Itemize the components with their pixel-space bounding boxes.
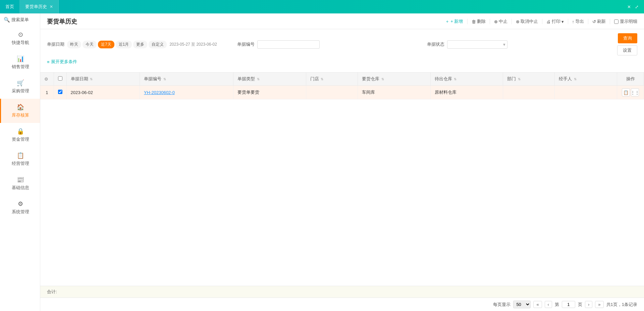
cancel-stop-button[interactable]: ⊗ 取消中止 xyxy=(516,18,538,25)
quick-nav-icon: ⊙ xyxy=(18,31,23,38)
th-ops: 操作 xyxy=(617,73,644,86)
table-header-row: ⚙ 单据日期 ⇅ 单据编号 ⇅ 单据类型 xyxy=(40,73,644,86)
window-close-icon[interactable]: ✕ xyxy=(627,4,631,9)
next-page-button[interactable]: › xyxy=(585,301,592,308)
row-more-button[interactable]: ⋮⋮ xyxy=(631,88,639,96)
sales-icon: 📊 xyxy=(17,55,24,62)
date-btn-7days[interactable]: 近7天 xyxy=(98,41,114,48)
th-date: 单据日期 ⇅ xyxy=(66,73,140,86)
sort-handler-icon[interactable]: ⇅ xyxy=(574,77,577,81)
sort-billno-icon[interactable]: ⇅ xyxy=(163,77,166,81)
per-page-label: 每页显示 xyxy=(493,302,511,308)
status-select[interactable] xyxy=(447,40,507,49)
toolbar-divider-5 xyxy=(568,19,568,24)
tab-order-history[interactable]: 要货单历史 ✕ xyxy=(20,0,59,13)
td-pendingwarehouse: 原材料仓库 xyxy=(430,86,503,99)
sidebar-item-basic[interactable]: 📰 基础信息 xyxy=(0,171,40,195)
main-table: ⚙ 单据日期 ⇅ 单据编号 ⇅ 单据类型 xyxy=(40,73,644,99)
sidebar-item-operation[interactable]: 📋 经营管理 xyxy=(0,147,40,171)
th-billtype: 单据类型 ⇅ xyxy=(233,73,306,86)
prev-page-button[interactable]: ‹ xyxy=(545,301,552,308)
date-btn-custom[interactable]: 自定义 xyxy=(149,41,167,48)
tab-close-icon[interactable]: ✕ xyxy=(50,4,53,9)
date-btn-more[interactable]: 更多 xyxy=(133,41,147,48)
td-store xyxy=(306,86,358,99)
sort-billtype-icon[interactable]: ⇅ xyxy=(257,77,260,81)
per-page-select[interactable]: 50 100 200 xyxy=(513,301,531,308)
sidebar-item-purchase[interactable]: 🛒 采购管理 xyxy=(0,75,40,99)
delete-icon: 🗑 xyxy=(472,19,476,24)
th-pendingwarehouse: 待出仓库 ⇅ xyxy=(430,73,503,86)
row-edit-button[interactable]: 📋 xyxy=(622,88,630,96)
status-label: 单据状态 xyxy=(427,41,444,47)
top-bar: 首页 要货单历史 ✕ ✕ ⤢ xyxy=(0,0,644,13)
th-handler: 经手人 ⇅ xyxy=(555,73,617,86)
td-date: 2023-06-02 xyxy=(66,86,140,99)
window-resize-icon[interactable]: ⤢ xyxy=(635,4,639,9)
toolbar-divider-4 xyxy=(542,19,542,24)
filter-row-1: 单据日期 昨天 今天 近7天 近1月 更多 自定义 2023-05-27 至 2… xyxy=(47,33,637,55)
stop-button[interactable]: ⊗ 中止 xyxy=(494,18,507,25)
select-all-checkbox[interactable] xyxy=(58,76,62,81)
row-checkbox[interactable] xyxy=(58,90,62,94)
page-number-input[interactable] xyxy=(562,301,575,308)
export-button[interactable]: ↑ 导出 xyxy=(572,18,584,25)
expand-icon: ≡ xyxy=(47,59,50,64)
top-bar-right: ✕ ⤢ xyxy=(622,4,644,9)
sort-store-icon[interactable]: ⇅ xyxy=(321,77,323,81)
status-select-wrap xyxy=(447,40,507,49)
top-tabs: 首页 要货单历史 ✕ xyxy=(0,0,622,13)
delete-button[interactable]: 🗑 删除 xyxy=(472,18,486,25)
page-title-row: 要货单历史 ＋ + 新增 🗑 删除 ⊗ 中止 xyxy=(47,17,637,26)
last-page-button[interactable]: » xyxy=(595,301,603,308)
print-button[interactable]: 🖨 打印 ▾ xyxy=(546,18,564,25)
status-filter-group: 单据状态 xyxy=(427,40,609,49)
th-checkbox xyxy=(54,73,66,86)
th-settings[interactable]: ⚙ xyxy=(40,73,54,86)
search-icon: 🔍 xyxy=(4,17,10,23)
sort-date-icon[interactable]: ⇅ xyxy=(90,77,93,81)
th-billno: 单据编号 ⇅ xyxy=(140,73,233,86)
toolbar-divider-6 xyxy=(588,19,588,24)
finance-icon: 🔒 xyxy=(17,128,24,135)
billno-input[interactable] xyxy=(257,40,320,49)
refresh-button[interactable]: ↺ 刷新 xyxy=(592,18,606,25)
first-page-button[interactable]: « xyxy=(533,301,542,308)
date-btn-yesterday[interactable]: 昨天 xyxy=(67,41,81,48)
sort-reqwh-icon[interactable]: ⇅ xyxy=(381,77,384,81)
table-container: ⚙ 单据日期 ⇅ 单据编号 ⇅ 单据类型 xyxy=(40,73,644,286)
sidebar-item-sales[interactable]: 📊 销售管理 xyxy=(0,50,40,75)
date-btn-today[interactable]: 今天 xyxy=(83,41,97,48)
td-checkbox xyxy=(54,86,66,99)
summary-label: 合计: xyxy=(47,289,57,295)
toolbar-divider-1 xyxy=(467,19,468,24)
date-filter-group: 单据日期 昨天 今天 近7天 近1月 更多 自定义 2023-05-27 至 2… xyxy=(47,41,229,48)
tab-home[interactable]: 首页 xyxy=(0,0,20,13)
table-footer: 合计: xyxy=(40,286,644,298)
td-handler xyxy=(555,86,617,99)
td-billno[interactable]: YH-20230602-0 xyxy=(140,86,233,99)
date-btn-1month[interactable]: 近1月 xyxy=(116,41,132,48)
filter-actions: 查询 设置 xyxy=(617,33,637,55)
sidebar-item-finance[interactable]: 🔒 资金管理 xyxy=(0,123,40,147)
print-icon: 🖨 xyxy=(546,19,551,24)
sidebar-search[interactable]: 🔍 搜索菜单 xyxy=(0,13,40,26)
sidebar-item-inventory[interactable]: 🏠 库存核算 xyxy=(0,99,40,123)
export-icon: ↑ xyxy=(572,19,575,24)
billno-filter-group: 单据编号 xyxy=(237,40,419,49)
sort-pendingwh-icon[interactable]: ⇅ xyxy=(454,77,457,81)
purchase-icon: 🛒 xyxy=(17,79,24,87)
query-button[interactable]: 查询 xyxy=(618,33,637,43)
new-button[interactable]: ＋ + 新增 xyxy=(445,18,463,25)
sidebar-item-system[interactable]: ⚙ 系统管理 xyxy=(0,195,40,220)
expand-more-button[interactable]: ≡ 展开更多条件 xyxy=(47,59,77,65)
td-billtype: 要货单要货 xyxy=(233,86,306,99)
setting-button[interactable]: 设置 xyxy=(617,45,637,55)
sort-dept-icon[interactable]: ⇅ xyxy=(518,77,521,81)
sidebar-item-quick-nav[interactable]: ⊙ 快捷导航 xyxy=(0,26,40,50)
toolbar: ＋ + 新增 🗑 删除 ⊗ 中止 ⊗ xyxy=(445,18,637,25)
display-checkbox[interactable] xyxy=(614,19,619,24)
main-layout: 🔍 搜索菜单 ⊙ 快捷导航 📊 销售管理 🛒 采购管理 🏠 库存核算 🔒 资金管… xyxy=(0,13,644,311)
inventory-icon: 🏠 xyxy=(17,103,24,111)
display-toggle[interactable]: 显示明细 xyxy=(614,18,637,25)
